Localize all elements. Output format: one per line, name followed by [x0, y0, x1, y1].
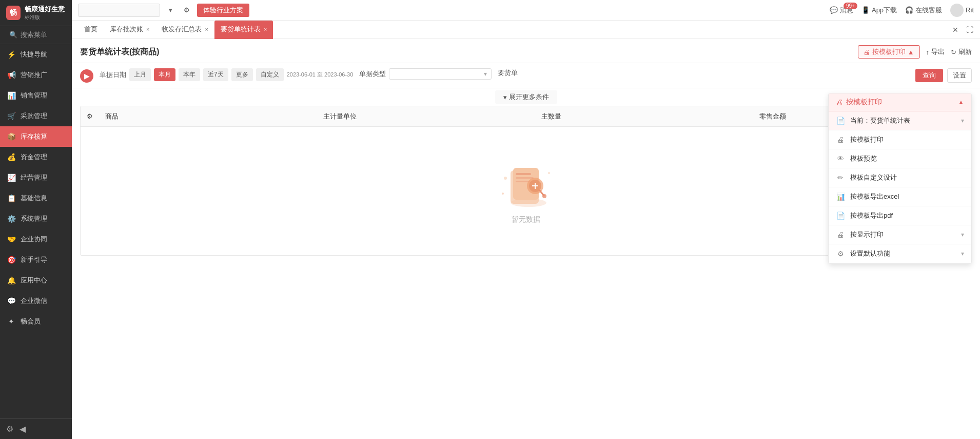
basic-icon: 📋: [6, 193, 16, 203]
sidebar-item-quick-nav[interactable]: ⚡ 快捷导航: [0, 44, 72, 65]
date-more[interactable]: 更多: [231, 68, 253, 81]
tab-inventory-batch[interactable]: 库存批次账 ×: [104, 21, 155, 39]
tab-order-stats-close[interactable]: ×: [264, 26, 267, 32]
refresh-icon: ↻: [951, 48, 956, 56]
order-type-select[interactable]: ▾: [389, 68, 492, 80]
export-btn[interactable]: ↑ 导出: [926, 47, 945, 56]
dropdown-export-pdf[interactable]: 📄 按模板导出pdf: [829, 206, 971, 225]
settings-bottom-icon[interactable]: ⚙: [6, 424, 13, 434]
tab-inventory-batch-close[interactable]: ×: [146, 26, 149, 32]
dropdown-set-default-label: 设置默认功能: [850, 249, 890, 258]
filter-expand-icon[interactable]: ▶: [80, 69, 93, 83]
sidebar-bottom: ⚙ ◀: [0, 418, 72, 439]
message-icon: 💬: [830, 6, 838, 14]
date-current-year[interactable]: 本年: [179, 68, 200, 81]
sidebar-item-operations[interactable]: 📈 经营管理: [0, 167, 72, 188]
search-menu[interactable]: 🔍 搜索菜单: [0, 26, 72, 44]
dropdown-template-design[interactable]: ✏ 模板自定义设计: [829, 168, 971, 187]
tab-revenue-summary-close[interactable]: ×: [205, 26, 208, 32]
sidebar-item-basic[interactable]: 📋 基础信息: [0, 188, 72, 208]
online-service-icon: 🎧: [905, 6, 913, 14]
dropdown-export-excel-label: 按模板导出excel: [850, 192, 899, 201]
query-btn[interactable]: 查询: [915, 69, 943, 82]
order-goods-label: 要货单: [498, 68, 518, 78]
dropdown-current-template[interactable]: 📄 当前：要货单统计表 ▾: [829, 111, 971, 130]
svg-rect-3: [516, 173, 531, 175]
app-tag: 标准版: [25, 14, 65, 21]
sidebar-item-finance[interactable]: 💰 资金管理: [0, 147, 72, 167]
tab-home-label: 首页: [84, 25, 97, 34]
empty-illustration: [495, 158, 557, 209]
sales-icon: 📊: [6, 90, 16, 101]
tabs-close-all-btn[interactable]: ✕: [949, 24, 962, 36]
industry-btn[interactable]: 体验行业方案: [197, 4, 249, 17]
page-title: 要货单统计表(按商品): [80, 47, 160, 58]
order-type-arrow-icon: ▾: [484, 70, 487, 78]
filter-settings-btn[interactable]: 设置: [947, 68, 972, 83]
user-avatar: [950, 4, 964, 17]
topbar-search-input[interactable]: [78, 4, 160, 17]
dropdown-template-print[interactable]: 🖨 按模板打印: [829, 130, 971, 149]
tab-home[interactable]: 首页: [78, 21, 104, 39]
tabs-expand-btn[interactable]: ⛶: [964, 24, 976, 36]
sidebar-item-marketing[interactable]: 📢 营销推广: [0, 65, 72, 85]
print-btn[interactable]: 🖨 按模板打印 ▲: [858, 45, 920, 59]
message-btn[interactable]: 💬 消息 99+: [830, 6, 853, 15]
online-service-btn[interactable]: 🎧 在线客服: [905, 6, 942, 15]
search-menu-label: 搜索菜单: [21, 30, 47, 40]
expand-more-label: 展开更多条件: [509, 92, 549, 102]
sidebar-item-enterprise[interactable]: 🤝 企业协同: [0, 229, 72, 250]
tab-revenue-summary[interactable]: 收发存汇总表 ×: [155, 21, 214, 39]
dropdown-template-preview[interactable]: 👁 模板预览: [829, 149, 971, 168]
user-avatar-btn[interactable]: Rit: [950, 4, 974, 17]
th-settings[interactable]: ⚙: [81, 112, 99, 120]
table-settings-icon[interactable]: ⚙: [87, 112, 93, 120]
date-last7days[interactable]: 近7天: [203, 68, 228, 81]
tab-order-stats[interactable]: 要货单统计表 ×: [214, 21, 273, 39]
sidebar-item-wechat[interactable]: 💬 企业微信: [0, 291, 72, 311]
refresh-btn-label: 刷新: [958, 47, 972, 56]
expand-more-btn[interactable]: ▾ 展开更多条件: [495, 90, 557, 104]
dropdown-header-right: ▲: [958, 99, 964, 106]
dropdown-export-excel[interactable]: 📊 按模板导出excel: [829, 187, 971, 206]
sidebar-item-member[interactable]: ✦ 畅会员: [0, 311, 72, 332]
svg-point-14: [502, 193, 504, 195]
app-download-btn[interactable]: 📱 App下载: [861, 6, 897, 15]
date-custom[interactable]: 自定义: [256, 68, 284, 81]
user-name: Rit: [966, 6, 974, 14]
dropdown-display-print[interactable]: 🖨 按显示打印 ▾: [829, 225, 971, 244]
sidebar-item-apps[interactable]: 🔔 应用中心: [0, 270, 72, 291]
logo-icon: 畅: [6, 6, 21, 20]
sidebar-item-system[interactable]: ⚙️ 系统管理: [0, 208, 72, 229]
svg-point-12: [504, 177, 507, 180]
topbar-gear-icon[interactable]: ⚙: [181, 4, 193, 16]
page-content: 要货单统计表(按商品) 🖨 按模板打印 ▲ ↑ 导出 ↻ 刷新: [72, 39, 980, 439]
print-dropdown-overlay: 🖨 按模板打印 ▲ 📄 当前：要货单统计表 ▾ 🖨 按模板打印 👁: [828, 93, 972, 264]
topbar-dropdown-icon[interactable]: ▾: [164, 4, 177, 16]
dropdown-collapse-icon[interactable]: ▲: [958, 99, 964, 106]
date-current-month[interactable]: 本月: [154, 68, 175, 81]
dropdown-display-print-label: 按显示打印: [850, 230, 884, 239]
dropdown-template-print-label: 按模板打印: [850, 135, 884, 144]
collapse-sidebar-icon[interactable]: ◀: [19, 424, 26, 434]
app-name: 畅康通好生意: [25, 5, 65, 14]
sidebar-item-label: 采购管理: [21, 111, 47, 121]
refresh-btn[interactable]: ↻ 刷新: [951, 47, 972, 56]
sidebar-item-inventory[interactable]: 📦 库存核算: [0, 126, 72, 147]
dropdown-set-default[interactable]: ⚙ 设置默认功能 ▾: [829, 244, 971, 263]
quick-nav-icon: ⚡: [6, 49, 16, 60]
template-print-icon: 🖨: [836, 136, 845, 144]
date-prev-month[interactable]: 上月: [129, 68, 151, 81]
online-service-label: 在线客服: [915, 6, 942, 15]
sidebar-item-guide[interactable]: 🎯 新手引导: [0, 250, 72, 270]
sidebar-item-purchase[interactable]: 🛒 采购管理: [0, 106, 72, 126]
date-filter-label: 单据日期: [100, 70, 126, 80]
set-default-icon: ⚙: [836, 250, 845, 258]
print-dropdown-arrow[interactable]: ▲: [908, 48, 914, 56]
sidebar-item-label: 新手引导: [21, 255, 47, 264]
dropdown-print-icon: 🖨: [836, 98, 843, 106]
app-logo: 畅 畅康通好生意 标准版: [0, 0, 72, 26]
dropdown-header-label: 按模板打印: [846, 98, 882, 107]
order-type-filter-group: 单据类型 ▾: [359, 68, 492, 80]
sidebar-item-sales[interactable]: 📊 销售管理: [0, 85, 72, 106]
